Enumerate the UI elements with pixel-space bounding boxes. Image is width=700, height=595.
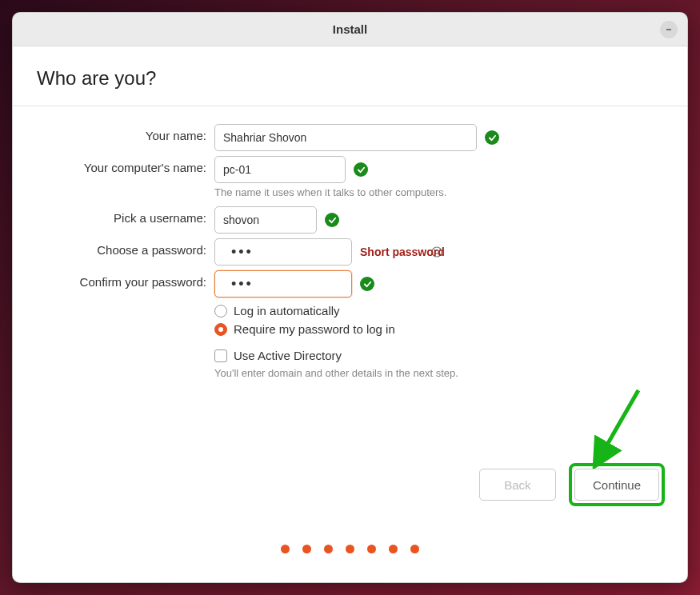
radio-login-require-label: Require my password to log in [234, 322, 395, 336]
radio-icon [214, 305, 227, 317]
username-input[interactable] [214, 206, 317, 234]
window-title: Install [333, 22, 367, 36]
back-button-label: Back [504, 478, 530, 492]
computer-name-input[interactable] [214, 156, 346, 183]
row-your-name: Your name: [37, 124, 663, 151]
progress-pager [13, 545, 687, 553]
check-icon [360, 277, 374, 291]
password-strength-text: Short password [360, 246, 445, 258]
active-directory-hint: You'll enter domain and other details in… [214, 367, 663, 379]
computer-name-hint: The name it uses when it talks to other … [214, 186, 663, 198]
radio-icon [214, 323, 227, 336]
label-password: Choose a password: [37, 238, 214, 257]
pager-dot [410, 545, 419, 553]
checkbox-active-directory-label: Use Active Directory [234, 349, 342, 362]
annotation-arrow [554, 384, 650, 472]
row-username: Pick a username: [37, 206, 663, 234]
install-window: Install Who are you? Your name: [12, 12, 688, 583]
confirm-password-input[interactable] [223, 271, 425, 297]
titlebar: Install [13, 13, 687, 46]
row-login-options: Log in automatically Require my password… [37, 302, 663, 341]
radio-login-auto-label: Log in automatically [234, 304, 340, 317]
row-active-directory: Use Active Directory You'll enter domain… [37, 347, 663, 382]
your-name-input[interactable] [214, 124, 477, 151]
pager-dot [324, 545, 333, 553]
password-field-wrap[interactable] [214, 238, 352, 266]
svg-line-3 [598, 390, 638, 460]
back-button[interactable]: Back [479, 469, 556, 501]
content-area: Who are you? Your name: Your computer's … [13, 46, 687, 582]
continue-highlight-box: Continue [569, 463, 665, 506]
check-icon [485, 130, 499, 145]
pager-dot [346, 545, 354, 553]
row-computer-name: Your computer's name: The name it uses w… [37, 156, 663, 202]
pager-dot [302, 545, 311, 553]
check-icon [354, 162, 368, 177]
pager-dot [281, 545, 290, 553]
pager-dot [367, 545, 376, 553]
continue-button-label: Continue [593, 478, 641, 492]
minimize-button[interactable] [660, 21, 678, 38]
radio-login-require[interactable]: Require my password to log in [214, 322, 663, 336]
page-title: Who are you? [13, 46, 687, 106]
minimize-icon [665, 26, 673, 34]
label-confirm-password: Confirm your password: [37, 270, 214, 289]
user-form: Your name: Your computer's name: [13, 106, 687, 387]
row-confirm-password: Confirm your password: [37, 270, 663, 298]
label-your-name: Your name: [37, 124, 214, 142]
row-password: Choose a password: Short password [37, 238, 663, 266]
label-computer-name: Your computer's name: [37, 156, 214, 174]
button-row: Back Continue [479, 463, 665, 506]
pager-dot [389, 545, 398, 553]
continue-button[interactable]: Continue [574, 469, 659, 501]
label-username: Pick a username: [37, 206, 214, 225]
checkbox-icon [214, 349, 227, 362]
confirm-password-field-wrap[interactable] [214, 270, 352, 298]
checkbox-active-directory[interactable]: Use Active Directory [214, 349, 663, 362]
radio-login-auto[interactable]: Log in automatically [214, 304, 663, 317]
check-icon [325, 213, 339, 227]
